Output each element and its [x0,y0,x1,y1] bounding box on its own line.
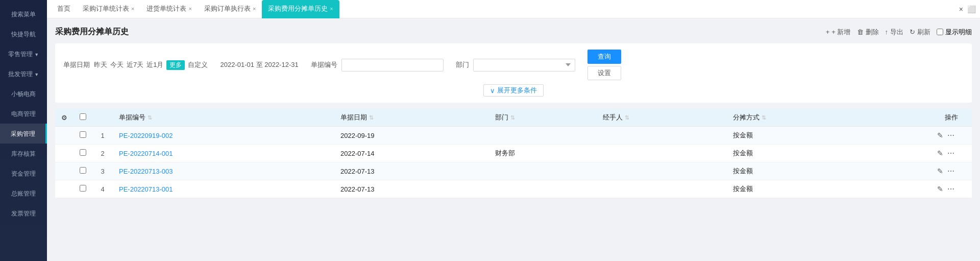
export-button[interactable]: ↑ 导出 [885,28,904,37]
row-settings-3 [55,180,74,198]
dept-label: 部门 [456,60,469,69]
sidebar-label-search: 搜索菜单 [2,10,45,19]
sort-doc-no-icon[interactable]: ⇅ [148,114,152,121]
query-button[interactable]: 查询 [587,50,621,64]
last7days-shortcut[interactable]: 近7天 [127,60,143,69]
close-window-icon[interactable]: × [959,5,963,13]
yesterday-shortcut[interactable]: 昨天 [94,60,107,69]
today-shortcut[interactable]: 今天 [110,60,124,69]
sidebar-item-purchase[interactable]: 采购管理 [0,124,47,144]
row-dept-3 [489,180,597,198]
column-settings-icon[interactable]: ⚙ [61,114,67,122]
row-handler-1 [597,145,727,162]
row-dept-2 [489,162,597,180]
row-split-method-0: 按金额 [727,127,931,145]
row-actions-1: ✎ ⋯ [931,145,972,162]
row-split-method-3: 按金额 [727,180,931,198]
sidebar-item-inventory[interactable]: 库存核算 [0,144,47,163]
edit-icon-3[interactable]: ✎ [937,185,943,193]
table-row: 1 PE-20220919-002 2022-09-19 按金额 ✎ ⋯ [55,127,972,145]
tab-close-purchase-order-stats[interactable]: × [131,6,134,12]
row-checkbox-0[interactable] [80,131,86,138]
more-date-shortcut[interactable]: 更多 [166,60,185,70]
tab-label-home: 首页 [57,4,70,13]
tab-purchase-arrival-stats[interactable]: 进货单统计表× [140,0,198,18]
tab-purchase-order-exec[interactable]: 采购订单执行表× [198,0,262,18]
expand-more-button[interactable]: ∨ 展开更多条件 [483,84,544,97]
edit-icon-0[interactable]: ✎ [937,131,943,139]
row-handler-0 [597,127,727,145]
doc-no-input[interactable] [341,59,444,72]
doc-no-link-1[interactable]: PE-20220714-001 [119,150,173,157]
row-split-method-2: 按金额 [727,162,931,180]
th-dept: 部门 ⇅ [489,109,597,127]
tab-home[interactable]: 首页 [51,0,77,18]
filter-row: 单据日期 昨天 今天 近7天 近1月 更多 自定义 2022-01-01 至 2… [63,50,964,80]
tab-purchase-cost-history[interactable]: 采购费用分摊单历史× [262,0,339,18]
sidebar-item-invoice[interactable]: 发票管理 [0,203,47,223]
row-doc-no-0: PE-20220919-002 [113,127,334,145]
add-button[interactable]: + + 新增 [826,28,851,37]
th-handler: 经手人 ⇅ [597,109,727,127]
doc-no-link-0[interactable]: PE-20220919-002 [119,132,173,139]
row-actions-3: ✎ ⋯ [931,180,972,198]
last1month-shortcut[interactable]: 近1月 [146,60,163,69]
th-actions: 操作 [931,109,972,127]
table-row: 2 PE-20220714-001 2022-07-14 财务部 按金额 ✎ ⋯ [55,145,972,162]
dept-select[interactable]: 财务部 [473,59,575,72]
sidebar-label-wholesale: 批发管理 ▼ [2,70,45,79]
sort-split-icon[interactable]: ⇅ [762,114,766,121]
row-actions-0: ✎ ⋯ [931,127,972,145]
edit-icon-2[interactable]: ✎ [937,167,943,175]
tab-close-purchase-cost-history[interactable]: × [330,6,333,12]
date-label: 单据日期 [63,60,90,69]
more-icon-0[interactable]: ⋯ [947,131,954,139]
row-dept-0 [489,127,597,145]
sort-handler-icon[interactable]: ⇅ [625,114,629,121]
delete-button[interactable]: 🗑 删除 [857,28,879,37]
row-dept-1: 财务部 [489,145,597,162]
th-checkbox [74,109,92,127]
show-detail-checkbox[interactable]: 显示明细 [937,28,972,37]
th-split-method: 分摊方式 ⇅ [727,109,931,127]
doc-no-link-2[interactable]: PE-20220713-003 [119,168,173,175]
row-split-method-1: 按金额 [727,145,931,162]
more-icon-1[interactable]: ⋯ [947,149,954,157]
tab-label-purchase-order-exec: 采购订单执行表 [204,4,251,13]
sidebar-item-ledger[interactable]: 总账管理 [0,183,47,203]
tab-close-purchase-arrival-stats[interactable]: × [188,6,191,12]
settings-button[interactable]: 设置 [587,66,621,80]
page-header: 采购费用分摊单历史 + + 新增 🗑 删除 ↑ 导出 ↻ 刷新 [55,27,972,37]
row-checkbox-3[interactable] [80,185,86,192]
sidebar-item-ecom[interactable]: 电商管理 [0,104,47,124]
edit-icon-1[interactable]: ✎ [937,149,943,157]
more-icon-2[interactable]: ⋯ [947,167,954,175]
row-checkbox-2[interactable] [80,167,86,174]
sidebar-label-quicknav: 快捷导航 [2,30,45,39]
sidebar-item-finance[interactable]: 资金管理 [0,163,47,183]
th-doc-no: 单据编号 ⇅ [113,109,334,127]
row-settings-1 [55,145,74,162]
more-icon-3[interactable]: ⋯ [947,185,954,193]
refresh-button[interactable]: ↻ 刷新 [910,28,930,37]
select-all-checkbox[interactable] [80,113,86,120]
tab-label-purchase-arrival-stats: 进货单统计表 [146,4,186,13]
row-settings-2 [55,162,74,180]
sidebar-item-search[interactable]: 搜索菜单 [0,4,47,24]
restore-window-icon[interactable]: ⬜ [967,5,976,13]
sidebar-item-retail[interactable]: 零售管理 ▼ [0,44,47,64]
row-num-3: 4 [92,180,113,198]
sort-doc-date-icon[interactable]: ⇅ [369,114,374,121]
tab-close-purchase-order-exec[interactable]: × [253,6,256,12]
row-num-2: 3 [92,162,113,180]
sidebar-item-miniapp[interactable]: 小畅电商 [0,84,47,104]
tab-label-purchase-order-stats: 采购订单统计表 [83,4,129,13]
sort-dept-icon[interactable]: ⇅ [510,114,515,121]
custom-date-shortcut[interactable]: 自定义 [188,60,208,69]
sidebar-item-quicknav[interactable]: 快捷导航 [0,24,47,44]
row-doc-no-2: PE-20220713-003 [113,162,334,180]
row-checkbox-1[interactable] [80,149,86,156]
tab-purchase-order-stats[interactable]: 采购订单统计表× [77,0,140,18]
sidebar-item-wholesale[interactable]: 批发管理 ▼ [0,64,47,84]
doc-no-link-3[interactable]: PE-20220713-001 [119,185,173,193]
